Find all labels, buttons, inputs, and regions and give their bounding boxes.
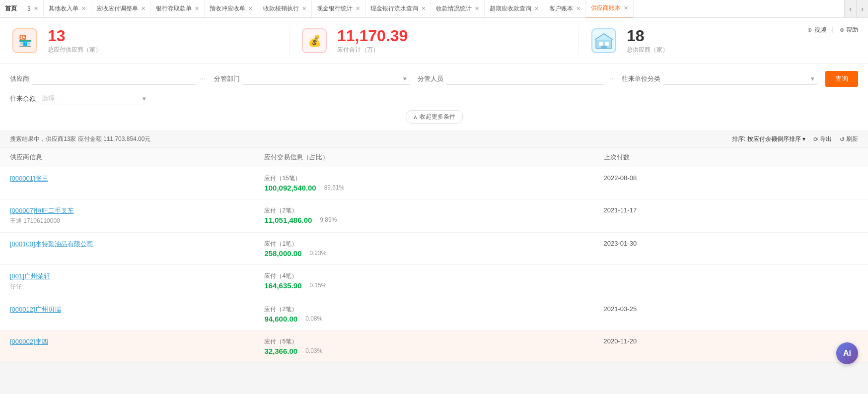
lastpay-5: 2020-11-20	[604, 337, 858, 345]
sort-label-text: 排序: 按应付余额倒序排序	[732, 135, 801, 142]
nav-left-arrow[interactable]: ‹	[844, 0, 856, 18]
nav-tab-customer-ledger-close[interactable]: ✕	[576, 5, 580, 12]
supplier-link-1[interactable]: [000007]恒旺二手叉车	[10, 206, 264, 215]
nav-tab-3-label: 3	[27, 5, 31, 12]
summary-divider-1	[289, 26, 289, 56]
trans-count-1: 应付（2笔）	[264, 206, 603, 215]
supplier-input[interactable]	[32, 73, 196, 85]
dept-select[interactable]: ▾	[243, 73, 410, 85]
balance-select[interactable]: 选择... ▾	[39, 92, 149, 105]
supplier-link-5[interactable]: [000002]李四	[10, 337, 264, 346]
filter-balance: 往来余额 选择... ▾	[10, 92, 149, 105]
transaction-info-3: 应付（4笔） 164,635.90 0.15%	[264, 272, 603, 290]
filter-dept: 分管部门 ▾	[214, 73, 410, 85]
nav-tab-other-income-close[interactable]: ✕	[81, 5, 86, 12]
nav-tab-receipt-verify[interactable]: 收款核销执行 ✕	[258, 0, 312, 18]
nav-tab-receipt-verify-close[interactable]: ✕	[302, 5, 306, 12]
video-link[interactable]: ⊙ 视频	[807, 26, 826, 34]
supplier-link-0[interactable]: [000001]张三	[10, 174, 264, 183]
lastpay-date-5: 2020-11-20	[604, 337, 637, 345]
supplier-info-3: [001]广州荣轩 仔仔	[10, 272, 264, 291]
refresh-link[interactable]: ↺ 刷新	[840, 135, 858, 143]
nav-tab-receipt-stat[interactable]: 收款情况统计 ✕	[431, 0, 485, 18]
supplier-dots[interactable]: ···	[199, 74, 206, 83]
nav-tab-other-income-label: 其他收入单	[49, 4, 78, 13]
supplier-link-2[interactable]: [000100]本特勤油品有限公司	[10, 240, 264, 249]
person-dots[interactable]: ···	[607, 74, 613, 83]
nav-tab-receipt-stat-label: 收款情况统计	[436, 4, 472, 13]
table-row: [000012]广州贝瑞 应付（2笔） 94,600.00 0.08% 2021…	[0, 298, 868, 330]
nav-tab-prepay[interactable]: 预收冲应收单 ✕	[205, 0, 258, 18]
trans-percent-3: 0.15%	[309, 282, 326, 290]
payable-total-amount: 11,170.39	[337, 28, 408, 44]
supplier-label: 供应商	[10, 74, 29, 83]
collapse-label: 收起更多条件	[420, 113, 455, 121]
nav-tab-supplier-ledger[interactable]: 供应商账本 ✕	[586, 0, 634, 18]
nav-tab-cash-stat-close[interactable]: ✕	[356, 5, 360, 12]
lastpay-date-1: 2021-11-17	[604, 206, 637, 214]
person-input[interactable]	[446, 73, 604, 85]
nav-tab-bank-close[interactable]: ✕	[195, 5, 199, 12]
category-select[interactable]: ▾	[663, 73, 818, 85]
nav-tab-home[interactable]: 首页	[0, 0, 22, 18]
nav-tab-cash-flow[interactable]: 现金银行流水查询 ✕	[365, 0, 431, 18]
nav-tab-overdue[interactable]: 超期应收款查询 ✕	[485, 0, 544, 18]
link-separator: |	[832, 26, 834, 34]
nav-right-arrow[interactable]: ›	[856, 0, 868, 18]
supplier-link-4[interactable]: [000012]广州贝瑞	[10, 305, 264, 314]
balance-dropdown-icon: ▾	[143, 95, 146, 102]
collapse-icon: ∧	[413, 114, 418, 121]
top-navigation: 首页 3 ✕ 其他收入单 ✕ 应收应付调整单 ✕ 银行存取款单 ✕ 预收冲应收单…	[0, 0, 868, 18]
refresh-icon: ↺	[840, 136, 845, 143]
help-link[interactable]: ⊙ 帮助	[840, 26, 858, 34]
nav-tab-ar-ap-close[interactable]: ✕	[141, 5, 145, 12]
filter-area: 供应商 ··· 分管部门 ▾ 分管人员 ··· 往来单位分类 ▾ 查询	[0, 64, 868, 131]
trans-amount-3[interactable]: 164,635.90	[264, 281, 301, 290]
nav-tab-3-close[interactable]: ✕	[34, 5, 38, 12]
table-row: [001]广州荣轩 仔仔 应付（4笔） 164,635.90 0.15%	[0, 265, 868, 298]
top-right-links: ⊙ 视频 | ⊙ 帮助	[807, 26, 858, 34]
nav-tab-cash-stat-label: 现金银行统计	[317, 4, 353, 13]
trans-amount-2[interactable]: 258,000.00	[264, 249, 301, 258]
nav-tab-cash-stat[interactable]: 现金银行统计 ✕	[312, 0, 365, 18]
supplier-link-3[interactable]: [001]广州荣轩	[10, 272, 264, 281]
transaction-info-4: 应付（2笔） 94,600.00 0.08%	[264, 305, 603, 323]
sort-label[interactable]: 排序: 按应付余额倒序排序 ▾	[732, 135, 805, 143]
summary-card-payable-suppliers: 🏪 13 总应付供应商（家）	[10, 26, 279, 56]
ai-float-button[interactable]: Ai	[836, 342, 858, 363]
nav-tab-cash-flow-close[interactable]: ✕	[421, 5, 426, 12]
nav-tab-other-income[interactable]: 其他收入单 ✕	[44, 0, 91, 18]
nav-tab-supplier-ledger-label: 供应商账本	[591, 4, 621, 12]
results-actions: 排序: 按应付余额倒序排序 ▾ ⟳ 导出 ↺ 刷新	[732, 135, 858, 143]
trans-count-3: 应付（4笔）	[264, 272, 603, 280]
trans-amount-0[interactable]: 100,092,540.00	[264, 184, 316, 192]
nav-tab-home-label: 首页	[5, 4, 17, 13]
nav-tab-prepay-close[interactable]: ✕	[248, 5, 253, 12]
nav-tab-ar-ap-label: 应收应付调整单	[96, 4, 138, 13]
trans-amount-4[interactable]: 94,600.00	[264, 315, 297, 323]
dept-label: 分管部门	[214, 74, 240, 83]
export-link[interactable]: ⟳ 导出	[813, 135, 832, 143]
summary-area: 🏪 13 总应付供应商（家） 💰 11,170.39 应付合计（万）	[0, 18, 868, 64]
query-button[interactable]: 查询	[825, 71, 858, 87]
filter-supplier: 供应商 ···	[10, 73, 206, 85]
nav-tab-customer-ledger[interactable]: 客户账本 ✕	[544, 0, 586, 18]
refresh-label: 刷新	[846, 135, 858, 143]
payable-total-label: 应付合计（万）	[337, 46, 408, 54]
lastpay-4: 2021-03-25	[604, 305, 858, 313]
trans-percent-4: 0.08%	[305, 315, 322, 323]
supplier-sub-3: 仔仔	[10, 282, 264, 291]
trans-count-0: 应付（15笔）	[264, 174, 603, 183]
lastpay-date-2: 2023-01-30	[604, 240, 637, 247]
nav-tab-ar-ap[interactable]: 应收应付调整单 ✕	[91, 0, 151, 18]
nav-tab-3[interactable]: 3 ✕	[22, 0, 44, 18]
nav-tab-receipt-stat-close[interactable]: ✕	[475, 5, 479, 12]
supplier-info-2: [000100]本特勤油品有限公司	[10, 240, 264, 249]
supplier-info-4: [000012]广州贝瑞	[10, 305, 264, 314]
trans-amount-5[interactable]: 32,366.00	[264, 347, 297, 355]
trans-amount-1[interactable]: 11,051,486.00	[264, 216, 312, 224]
nav-tab-overdue-close[interactable]: ✕	[534, 5, 539, 12]
nav-tab-supplier-ledger-close[interactable]: ✕	[624, 5, 628, 11]
nav-tab-bank[interactable]: 银行存取款单 ✕	[151, 0, 205, 18]
collapse-button[interactable]: ∧ 收起更多条件	[406, 110, 463, 124]
